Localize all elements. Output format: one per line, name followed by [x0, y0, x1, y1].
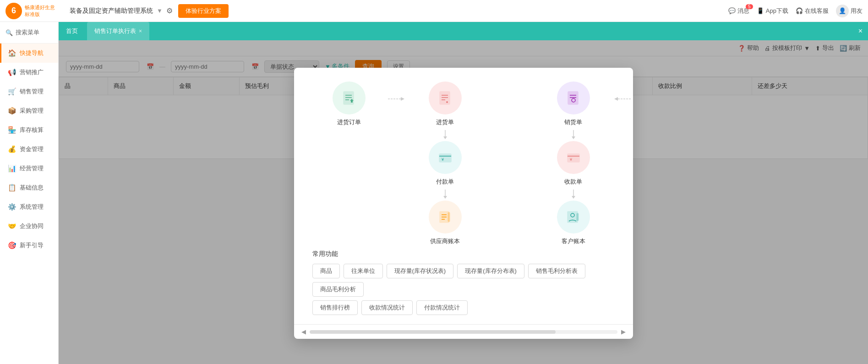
settings-icon[interactable]: ⚙ [166, 6, 173, 15]
sales-icon: 🛒 [8, 87, 16, 96]
svg-rect-27 [568, 154, 579, 162]
sidebar-item-guide[interactable]: 🎯 新手引导 [0, 236, 58, 255]
arrow-down-payment [409, 190, 482, 199]
system-dropdown-icon[interactable]: ▼ [157, 7, 163, 14]
svg-rect-6 [440, 92, 450, 104]
purchase-order-icon [333, 81, 366, 114]
sidebar-item-inventory[interactable]: 🏪 库存核算 [0, 120, 58, 140]
func-btn-sales-profit[interactable]: 销售毛利分析表 [528, 264, 585, 278]
arrow-down-sales [537, 130, 610, 139]
arrow-2 [610, 96, 633, 112]
modal-overlay: 进货订单 [59, 40, 868, 364]
sidebar: 🔍 搜索菜单 🏠 快捷导航 📢 营销推广 🛒 销售管理 📦 [0, 22, 59, 364]
svg-marker-31 [443, 196, 447, 199]
sales-bill-icon [557, 81, 590, 114]
tab-close-icon[interactable]: × [139, 28, 142, 34]
inventory-icon: 🏪 [8, 126, 16, 134]
func-buttons-row2: 销售排行榜 收款情况统计 付款情况统计 [312, 300, 615, 315]
sidebar-item-basic-info[interactable]: 📋 基础信息 [0, 178, 58, 197]
flow-node-payment-bill[interactable]: ¥ 付款单 [409, 141, 482, 186]
svg-marker-33 [572, 196, 575, 199]
marketing-icon: 📢 [8, 68, 16, 76]
sidebar-item-operations[interactable]: 📊 经营管理 [0, 159, 58, 178]
func-btn-product-profit[interactable]: 商品毛利分析 [312, 282, 364, 297]
sidebar-item-marketing[interactable]: 📢 营销推广 [0, 63, 58, 82]
headset-icon: 🎧 [796, 7, 803, 14]
message-button[interactable]: 💬 消息 5 [728, 7, 749, 15]
func-btn-product[interactable]: 商品 [312, 264, 340, 278]
customer-ledger-icon [557, 201, 590, 234]
payment-bill-icon: ¥ [429, 141, 462, 174]
func-buttons-row1: 商品 往来单位 现存量(库存状况表) 现存量(库存分布表) 销售毛利分析表 商品… [312, 264, 615, 297]
modal-body: 进货订单 [294, 68, 633, 324]
sidebar-item-system[interactable]: ⚙️ 系统管理 [0, 197, 58, 217]
func-btn-sales-ranking[interactable]: 销售排行榜 [312, 300, 358, 315]
svg-rect-35 [448, 212, 450, 222]
flow-arrows-down [312, 130, 633, 139]
flow-node-sales-bill[interactable]: 销货单 [537, 81, 610, 126]
flow-node-purchase-order[interactable]: 进货订单 [312, 81, 386, 126]
page-content: ❓ 帮助 🖨 按模板打印 ▼ ⬆ 导出 🔄 刷新 [59, 40, 868, 364]
sidebar-nav: 🏠 快捷导航 📢 营销推广 🛒 销售管理 📦 采购管理 🏪 库存核 [0, 43, 58, 364]
modal-scrollbar: ◀ ▶ [294, 324, 633, 339]
sidebar-item-quick-nav[interactable]: 🏠 快捷导航 [0, 43, 58, 63]
user-menu[interactable]: 👤 用友 [836, 5, 863, 17]
flow-node-receipt-bill[interactable]: ¥ 收款单 [537, 141, 610, 186]
func-btn-counterpart[interactable]: 往来单位 [344, 264, 383, 278]
common-funcs-title: 常用功能 [312, 250, 615, 258]
func-btn-stock-status[interactable]: 现存量(库存状况表) [387, 264, 454, 278]
top-bar: 6 畅康通好生意 标准版 装备及固定资产辅助管理系统 ▼ ⚙ 体验行业方案 💬 … [0, 0, 868, 22]
flow-node-supplier-ledger[interactable]: 供应商账本 [409, 201, 482, 245]
svg-text:¥: ¥ [569, 157, 573, 162]
sales-bill-label: 销货单 [564, 118, 582, 126]
supplier-ledger-icon [429, 201, 462, 234]
top-bar-right: 💬 消息 5 📱 App下载 🎧 在线客服 👤 用友 [728, 5, 863, 17]
scrollbar-track[interactable] [310, 330, 617, 334]
guide-icon: 🎯 [8, 241, 16, 250]
func-btn-stock-dist[interactable]: 现存量(库存分布表) [457, 264, 524, 278]
message-badge: 5 [746, 4, 753, 9]
enterprise-icon: 🤝 [8, 222, 16, 230]
basic-info-icon: 📋 [8, 184, 16, 192]
func-btn-payment-stats[interactable]: 付款情况统计 [416, 300, 468, 315]
purchase-bill-icon [429, 81, 462, 114]
tab-sales-order-exec[interactable]: 销售订单执行表 × [87, 22, 149, 40]
flow-row-3: 供应商账本 客户账本 [312, 201, 610, 245]
search-menu-button[interactable]: 🔍 搜索菜单 [4, 27, 55, 38]
top-bar-middle: 装备及固定资产辅助管理系统 ▼ ⚙ 体验行业方案 [64, 4, 728, 18]
func-btn-receipt-stats[interactable]: 收款情况统计 [361, 300, 413, 315]
supplier-ledger-label: 供应商账本 [430, 237, 460, 245]
finance-icon: 💰 [8, 145, 16, 153]
sidebar-item-purchase[interactable]: 📦 采购管理 [0, 101, 58, 120]
svg-rect-41 [577, 213, 579, 221]
logo-text: 畅康通好生意 标准版 [25, 4, 55, 17]
purchase-order-label: 进货订单 [337, 118, 361, 126]
scroll-right-icon[interactable]: ▶ [621, 328, 626, 335]
svg-marker-23 [572, 136, 575, 139]
app-download-button[interactable]: 📱 App下载 [757, 7, 788, 15]
avatar: 👤 [836, 5, 849, 17]
sidebar-search[interactable]: 🔍 搜索菜单 [0, 22, 58, 43]
tab-panel-close-button[interactable]: × [853, 27, 868, 35]
svg-marker-15 [614, 97, 618, 101]
receipt-bill-icon: ¥ [557, 141, 590, 174]
trial-button[interactable]: 体验行业方案 [178, 4, 229, 18]
sidebar-item-finance[interactable]: 💰 资金管理 [0, 140, 58, 159]
arrow-down-receipt [537, 190, 610, 199]
sidebar-item-sales[interactable]: 🛒 销售管理 [0, 82, 58, 101]
system-title: 装备及固定资产辅助管理系统 [70, 7, 153, 15]
purchase-icon: 📦 [8, 107, 16, 115]
customer-ledger-label: 客户账本 [562, 237, 585, 245]
tab-home[interactable]: 首页 [59, 22, 85, 40]
flow-node-customer-ledger[interactable]: 客户账本 [537, 201, 610, 245]
operations-icon: 📊 [8, 164, 16, 173]
flow-node-purchase-bill[interactable]: 进货单 [409, 81, 482, 126]
home-icon: 🏠 [8, 49, 16, 57]
sidebar-item-enterprise[interactable]: 🤝 企业协同 [0, 217, 58, 236]
online-service-button[interactable]: 🎧 在线客服 [796, 7, 829, 15]
scroll-left-icon[interactable]: ◀ [301, 328, 306, 335]
app-container: 6 畅康通好生意 标准版 装备及固定资产辅助管理系统 ▼ ⚙ 体验行业方案 💬 … [0, 0, 868, 364]
logo-icon: 6 [5, 3, 22, 19]
system-icon: ⚙️ [8, 203, 16, 211]
search-icon: 🔍 [5, 29, 13, 36]
